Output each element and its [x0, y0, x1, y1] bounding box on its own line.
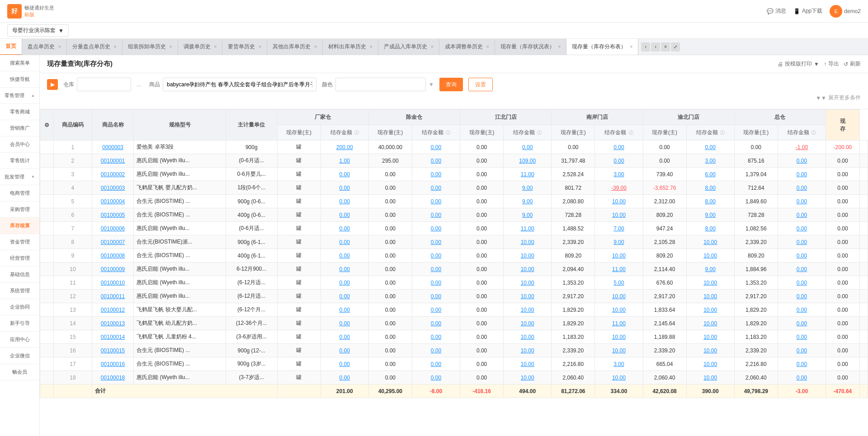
- td-fw-stock[interactable]: 0.00: [321, 181, 368, 195]
- tab-finishedin[interactable]: 产成品入库单历史 ×: [378, 39, 439, 55]
- sidebar-item-retailshop[interactable]: 零售商城: [0, 104, 39, 120]
- td-total-stock[interactable]: 0.00: [778, 371, 826, 384]
- print-button[interactable]: 🖨 按模版打印 ▼: [778, 60, 819, 68]
- td-fw-stock[interactable]: 0.00: [321, 249, 368, 263]
- tab-purchaseorder[interactable]: 要货单历史 ×: [222, 39, 267, 55]
- td-total-stock[interactable]: -1.00: [778, 141, 826, 154]
- td-total-stock[interactable]: 0.00: [778, 263, 826, 276]
- td-cj-stock[interactable]: 0.00: [412, 154, 460, 168]
- td-jb-stock[interactable]: 9.00: [504, 208, 552, 222]
- td-na-stock[interactable]: 10.00: [595, 249, 643, 263]
- td-na-stock[interactable]: 10.00: [595, 303, 643, 317]
- td-goods-code[interactable]: 00100014: [92, 330, 133, 344]
- collapse-search-button[interactable]: ▶: [47, 79, 58, 90]
- td-total-stock[interactable]: 0.00: [778, 276, 826, 290]
- td-jb-stock[interactable]: 10.00: [504, 330, 552, 344]
- th-settings[interactable]: ⚙: [40, 110, 54, 141]
- warehouse-ellipsis[interactable]: ...: [134, 81, 144, 88]
- td-cj-stock[interactable]: 0.00: [412, 317, 460, 330]
- td-na-stock[interactable]: 10.00: [595, 195, 643, 208]
- td-goods-code[interactable]: 00100012: [92, 303, 133, 317]
- close-tab-splitstockpoint[interactable]: ×: [114, 44, 117, 49]
- td-yb-stock[interactable]: 10.00: [686, 317, 734, 330]
- close-tab-finishedin[interactable]: ×: [431, 44, 434, 49]
- td-cj-stock[interactable]: 0.00: [412, 235, 460, 249]
- sidebar-item-inventory[interactable]: 库存核算: [0, 218, 39, 234]
- td-yb-stock[interactable]: 10.00: [686, 330, 734, 344]
- close-tab-stockdist[interactable]: ×: [630, 44, 632, 49]
- td-fw-stock[interactable]: 0.00: [321, 263, 368, 276]
- td-cj-stock[interactable]: 0.00: [412, 290, 460, 303]
- td-jb-stock[interactable]: 10.00: [504, 249, 552, 263]
- td-fw-stock[interactable]: 0.00: [321, 276, 368, 290]
- td-cj-stock[interactable]: 0.00: [412, 263, 460, 276]
- tab-stockpoint[interactable]: 盘点单历史 ×: [22, 39, 67, 55]
- tab-stockdist[interactable]: 现存量（库存分布表） ×: [566, 39, 638, 55]
- export-button[interactable]: ↑ 导出: [824, 60, 839, 68]
- td-na-stock[interactable]: -39.00: [595, 181, 643, 195]
- td-goods-code[interactable]: 00100016: [92, 357, 133, 371]
- td-total-stock[interactable]: 0.00: [778, 168, 826, 181]
- sidebar-item-marketing[interactable]: 营销推广: [0, 120, 39, 136]
- sidebar-item-enterprise[interactable]: 企业协同: [0, 299, 39, 315]
- td-jb-stock[interactable]: 0.00: [504, 141, 552, 154]
- tab-home[interactable]: 首页: [0, 39, 22, 55]
- td-goods-code[interactable]: 00100007: [92, 235, 133, 249]
- td-na-stock[interactable]: 10.00: [595, 290, 643, 303]
- td-fw-stock[interactable]: 0.00: [321, 235, 368, 249]
- td-goods-code[interactable]: 00100005: [92, 208, 133, 222]
- industry-selector[interactable]: 母婴行业演示陈套 ▼: [7, 24, 69, 37]
- tab-close-all-button[interactable]: ×: [661, 42, 670, 52]
- td-jb-stock[interactable]: 109.00: [504, 154, 552, 168]
- sidebar-item-wholesale[interactable]: 批发管理 ▼: [0, 169, 39, 185]
- td-jb-stock[interactable]: 10.00: [504, 235, 552, 249]
- tab-stockstatus[interactable]: 现存量（库存状况表） ×: [495, 39, 567, 55]
- tab-otherout[interactable]: 其他出库单历史 ×: [267, 39, 323, 55]
- td-goods-code[interactable]: 00100004: [92, 195, 133, 208]
- sidebar-item-purchase[interactable]: 采购管理: [0, 202, 39, 218]
- td-yb-stock[interactable]: 10.00: [686, 357, 734, 371]
- sidebar-item-basicinfo[interactable]: 基础信息: [0, 267, 39, 283]
- fw-amount-info-icon[interactable]: ⓘ: [354, 130, 359, 135]
- td-goods-code[interactable]: 00100006: [92, 222, 133, 235]
- message-button[interactable]: 💬 消息: [767, 7, 786, 15]
- color-input[interactable]: [335, 78, 426, 91]
- user-profile[interactable]: E demo2: [830, 5, 861, 18]
- jb-amount-info-icon[interactable]: ⓘ: [537, 130, 542, 135]
- td-goods-code[interactable]: 00100013: [92, 317, 133, 330]
- tab-prev-button[interactable]: ‹: [641, 42, 650, 52]
- td-cj-stock[interactable]: 0.00: [412, 208, 460, 222]
- td-goods-code[interactable]: 00100002: [92, 168, 133, 181]
- td-jb-stock[interactable]: 10.00: [504, 344, 552, 357]
- td-jb-stock[interactable]: 11.00: [504, 222, 552, 235]
- td-total-stock[interactable]: 0.00: [778, 357, 826, 371]
- td-jb-stock[interactable]: 9.00: [504, 181, 552, 195]
- td-yb-stock[interactable]: 8.00: [686, 222, 734, 235]
- td-yb-stock[interactable]: 8.00: [686, 181, 734, 195]
- td-fw-stock[interactable]: 0.00: [321, 371, 368, 384]
- td-goods-code[interactable]: 00100009: [92, 263, 133, 276]
- td-yb-stock[interactable]: 10.00: [686, 235, 734, 249]
- close-tab-adjustment[interactable]: ×: [214, 44, 217, 49]
- td-yb-stock[interactable]: 9.00: [686, 208, 734, 222]
- refresh-button[interactable]: ↺ 刷新: [844, 60, 861, 68]
- sidebar-item-ecommerce[interactable]: 电商管理: [0, 185, 39, 202]
- td-total-stock[interactable]: 0.00: [778, 208, 826, 222]
- td-jb-stock[interactable]: 10.00: [504, 371, 552, 384]
- td-jb-stock[interactable]: 10.00: [504, 276, 552, 290]
- td-jb-stock[interactable]: 9.00: [504, 195, 552, 208]
- td-total-stock[interactable]: 0.00: [778, 222, 826, 235]
- td-yb-stock[interactable]: 10.00: [686, 290, 734, 303]
- sidebar-item-retail[interactable]: 零售管理 ▲: [0, 88, 39, 104]
- sidebar-item-appcenter[interactable]: 应用中心: [0, 332, 39, 348]
- na-amount-info-icon[interactable]: ⓘ: [629, 130, 633, 135]
- td-na-stock[interactable]: 0.00: [595, 141, 643, 154]
- td-yb-stock[interactable]: 10.00: [686, 249, 734, 263]
- yb-amount-info-icon[interactable]: ⓘ: [720, 130, 725, 135]
- td-fw-stock[interactable]: 0.00: [321, 357, 368, 371]
- td-fw-stock[interactable]: 0.00: [321, 330, 368, 344]
- td-cj-stock[interactable]: 0.00: [412, 276, 460, 290]
- td-yb-stock[interactable]: 3.00: [686, 154, 734, 168]
- cj-amount-info-icon[interactable]: ⓘ: [446, 130, 450, 135]
- td-cj-stock[interactable]: 0.00: [412, 222, 460, 235]
